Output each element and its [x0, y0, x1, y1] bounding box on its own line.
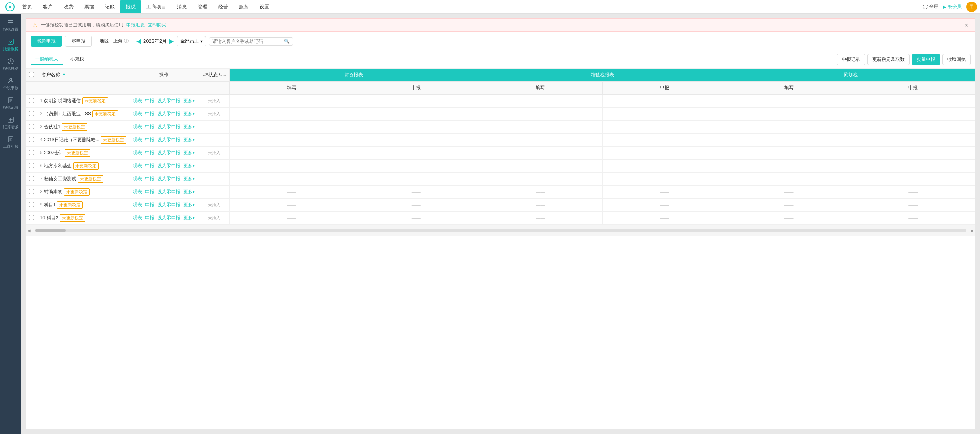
scroll-track[interactable] — [35, 229, 966, 232]
banner-link-buy[interactable]: 立即购买 — [148, 22, 166, 28]
op-more-btn[interactable]: 更多▾ — [182, 176, 196, 182]
search-input[interactable] — [212, 39, 284, 44]
op-btn-税表[interactable]: 税表 — [131, 202, 144, 208]
op-btn-设为零申报[interactable]: 设为零申报 — [156, 202, 182, 208]
btn-collect-receipt[interactable]: 收取回执 — [942, 54, 971, 65]
sidebar-item-batch-tax[interactable]: 批量报税 — [0, 35, 21, 54]
row-checkbox[interactable] — [29, 176, 34, 181]
op-more-btn[interactable]: 更多▾ — [182, 111, 196, 117]
op-more-btn[interactable]: 更多▾ — [182, 163, 196, 169]
banner-close-button[interactable]: ✕ — [964, 22, 969, 28]
op-btn-设为零申报[interactable]: 设为零申报 — [156, 124, 182, 130]
sidebar-item-tax-overview[interactable]: 报税总览 — [0, 54, 21, 74]
op-more-btn[interactable]: 更多▾ — [182, 189, 196, 195]
op-btn-税表[interactable]: 税表 — [131, 176, 144, 182]
tab-general-taxpayer[interactable]: 一般纳税人 — [31, 54, 63, 65]
nav-home[interactable]: 首页 — [17, 0, 38, 13]
scroll-left-arrow[interactable]: ◀ — [26, 227, 32, 233]
op-btn-申报[interactable]: 申报 — [144, 176, 156, 182]
nav-messages[interactable]: 消息 — [172, 0, 192, 13]
op-btn-税表[interactable]: 税表 — [131, 150, 144, 156]
search-icon[interactable]: 🔍 — [284, 39, 290, 44]
op-btn-设为零申报[interactable]: 设为零申报 — [156, 215, 182, 221]
btn-update-tax[interactable]: 更新税定及取数 — [867, 54, 910, 65]
btn-batch-declare[interactable]: 批量申报 — [912, 54, 940, 65]
op-btn-设为零申报[interactable]: 设为零申报 — [156, 98, 182, 104]
nav-invoice[interactable]: 票据 — [79, 0, 100, 13]
nav-operations[interactable]: 经营 — [213, 0, 234, 13]
sidebar-label-tax-overview: 报税总览 — [3, 66, 18, 71]
op-btn-设为零申报[interactable]: 设为零申报 — [156, 163, 182, 169]
op-btn-申报[interactable]: 申报 — [144, 215, 156, 221]
table-cell-dash: —— — [230, 186, 354, 199]
banner-link-summary[interactable]: 申报汇总 — [126, 22, 145, 28]
op-btn-设为零申报[interactable]: 设为零申报 — [156, 150, 182, 156]
nav-service[interactable]: 服务 — [234, 0, 254, 13]
row-checkbox[interactable] — [29, 163, 34, 168]
date-next-button[interactable]: ▶ — [169, 38, 174, 45]
nav-clients[interactable]: 客户 — [38, 0, 58, 13]
op-more-btn[interactable]: 更多▾ — [182, 150, 196, 156]
date-prev-button[interactable]: ◀ — [136, 38, 141, 45]
sidebar-item-tax-settings[interactable]: 报税设置 — [0, 15, 21, 35]
row-checkbox[interactable] — [29, 137, 34, 142]
row-checkbox[interactable] — [29, 111, 34, 116]
op-btn-设为零申报[interactable]: 设为零申报 — [156, 189, 182, 195]
op-btn-申报[interactable]: 申报 — [144, 98, 156, 104]
tab-zero-declaration[interactable]: 零申报 — [65, 36, 92, 47]
nav-management[interactable]: 管理 — [192, 0, 213, 13]
op-btn-设为零申报[interactable]: 设为零申报 — [156, 137, 182, 143]
op-btn-税表[interactable]: 税表 — [131, 111, 144, 117]
op-more-btn[interactable]: 更多▾ — [182, 215, 196, 221]
sidebar-item-annual-report[interactable]: 工商年报 — [0, 132, 21, 152]
op-more-btn[interactable]: 更多▾ — [182, 202, 196, 208]
nav-settings[interactable]: 设置 — [254, 0, 275, 13]
row-checkbox[interactable] — [29, 189, 34, 194]
op-btn-税表[interactable]: 税表 — [131, 124, 144, 130]
nav-accounting[interactable]: 记账 — [100, 0, 120, 13]
warning-icon: ⚠ — [33, 22, 38, 28]
op-more-btn[interactable]: 更多▾ — [182, 124, 196, 130]
op-btn-税表[interactable]: 税表 — [131, 163, 144, 169]
user-avatar[interactable]: 用 — [966, 2, 977, 12]
scroll-right-arrow[interactable]: ▶ — [969, 227, 975, 233]
tab-small-scale[interactable]: 小规模 — [66, 54, 89, 65]
btn-declaration-record[interactable]: 申报记录 — [837, 54, 865, 65]
op-btn-申报[interactable]: 申报 — [144, 111, 156, 117]
row-checkbox[interactable] — [29, 202, 34, 207]
fullscreen-button[interactable]: ⛶ 全屏 — [923, 3, 938, 10]
row-checkbox[interactable] — [29, 98, 34, 103]
op-btn-税表[interactable]: 税表 — [131, 137, 144, 143]
sidebar-item-settlement[interactable]: 汇算清缴 — [0, 113, 21, 132]
sidebar-item-tax-record[interactable]: 报税记录 — [0, 93, 21, 113]
nav-business[interactable]: 工商项目 — [141, 0, 172, 13]
row-checkbox[interactable] — [29, 150, 34, 155]
row-checkbox[interactable] — [29, 215, 34, 220]
sidebar-item-personal-tax[interactable]: 个税申报 — [0, 74, 21, 93]
op-btn-设为零申报[interactable]: 设为零申报 — [156, 176, 182, 182]
op-more-btn[interactable]: 更多▾ — [182, 98, 196, 104]
op-btn-申报[interactable]: 申报 — [144, 137, 156, 143]
op-btn-申报[interactable]: 申报 — [144, 150, 156, 156]
row-checkbox[interactable] — [29, 124, 34, 129]
op-btn-申报[interactable]: 申报 — [144, 189, 156, 195]
op-btn-税表[interactable]: 税表 — [131, 98, 144, 104]
op-btn-税表[interactable]: 税表 — [131, 189, 144, 195]
tab-tax-declaration[interactable]: 税款申报 — [31, 36, 62, 47]
dash-value: —— — [908, 215, 918, 221]
op-btn-申报[interactable]: 申报 — [144, 202, 156, 208]
sort-icon[interactable]: ▾ — [63, 72, 65, 77]
nav-billing[interactable]: 收费 — [58, 0, 79, 13]
op-btn-设为零申报[interactable]: 设为零申报 — [156, 111, 182, 117]
op-btn-申报[interactable]: 申报 — [144, 124, 156, 130]
op-btn-申报[interactable]: 申报 — [144, 163, 156, 169]
dash-value: —— — [412, 150, 421, 156]
member-button[interactable]: ▶ 畅会员 — [943, 3, 962, 10]
op-btn-税表[interactable]: 税表 — [131, 215, 144, 221]
info-icon[interactable]: ⓘ — [124, 38, 129, 44]
nav-tax[interactable]: 报税 — [120, 0, 141, 13]
select-all-checkbox[interactable] — [29, 72, 34, 77]
dash-value: —— — [412, 98, 421, 104]
staff-selector[interactable]: 全部员工 ▾ — [177, 36, 206, 46]
op-more-btn[interactable]: 更多▾ — [182, 137, 196, 143]
